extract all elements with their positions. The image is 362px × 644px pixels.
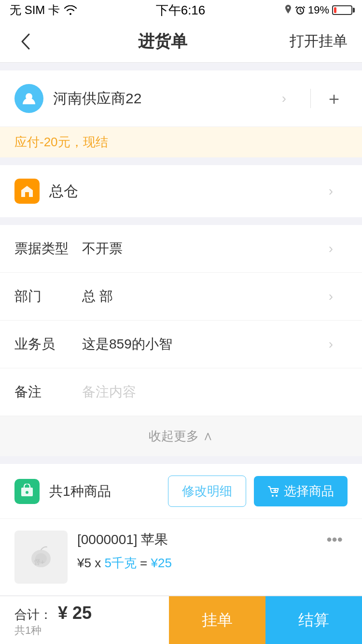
page-title: 进货单 [138,30,187,53]
nav-bar: 进货单 打开挂单 [0,20,362,63]
supplier-avatar [14,84,43,113]
checkout-button[interactable]: 结算 [265,596,362,644]
department-label: 部门 [14,287,72,306]
add-supplier-button[interactable]: ＋ [320,87,348,111]
warehouse-name: 总仓 [49,182,329,201]
chevron-right-icon: › [329,336,333,352]
total-row: 合计： ¥ 25 [14,603,154,623]
invoice-type-row[interactable]: 票据类型 不开票 › [0,225,362,272]
chevron-right-icon: › [329,241,333,256]
remark-placeholder[interactable]: 备注内容 [72,383,348,401]
battery-fill [334,7,336,13]
form-section: 票据类型 不开票 › 部门 总 部 › 业务员 这是859的小智 › 备注 备注… [0,225,362,456]
product-info: [0000001] 苹果 ¥5 x 5千克 = ¥25 [77,531,321,572]
price-x: x [95,556,104,570]
pending-button[interactable]: 挂单 [169,596,265,644]
collapse-toggle[interactable]: 收起更多 ∧ [0,416,362,456]
invoice-type-label: 票据类型 [14,239,72,258]
select-product-button[interactable]: 选择商品 [254,476,348,506]
department-row[interactable]: 部门 总 部 › [0,272,362,320]
status-bar: 无 SIM 卡 下午6:16 19% [0,0,362,20]
equals: = [140,556,151,570]
total-amount: ¥ 25 [58,603,92,623]
chevron-right-icon: › [282,91,286,106]
back-button[interactable] [14,28,36,56]
product-title: 苹果 [141,532,168,547]
chevron-right-icon: › [329,183,333,199]
product-item: 督+ [0000001] 苹果 ¥5 x 5千克 = ¥25 ••• [0,518,362,595]
battery-percent: 19% [308,4,329,16]
chevron-right-icon: › [329,289,333,304]
supplier-name: 河南供应商22 [53,89,282,109]
product-count-icon [14,479,40,504]
battery-icon [332,5,352,15]
alarm-icon [295,5,305,15]
cart-icon [267,485,280,498]
status-time: 下午6:16 [156,2,206,19]
status-left: 无 SIM 卡 [10,2,77,18]
svg-point-4 [26,491,28,494]
product-price: ¥5 x 5千克 = ¥25 [77,555,321,572]
warehouse-row[interactable]: 总仓 › [0,165,362,217]
product-thumbnail: 督+ [14,531,68,584]
supplier-notice: 应付-20元，现结 [0,127,362,157]
warehouse-section: 总仓 › [0,165,362,217]
quantity: 5千克 [104,556,136,570]
supplier-row[interactable]: 河南供应商22 › ＋ [0,70,362,127]
department-value: 总 部 [72,287,329,306]
product-code: [0000001] [77,532,138,547]
svg-point-5 [272,495,274,497]
svg-text:督+: 督+ [34,558,44,566]
invoice-type-value: 不开票 [72,239,329,258]
product-name: [0000001] 苹果 [77,531,321,549]
price-per-unit: ¥5 [77,556,91,570]
wifi-icon [64,5,77,15]
salesperson-value: 这是859的小智 [72,335,329,353]
remark-label: 备注 [14,383,72,401]
select-product-label: 选择商品 [284,483,334,500]
product-count-text: 共1种商品 [49,482,168,501]
total-section: 合计： ¥ 25 共1种 [0,596,169,644]
warehouse-icon [14,179,40,204]
product-more-button[interactable]: ••• [321,531,348,548]
product-header: 共1种商品 修改明细 选择商品 [0,456,362,518]
salesperson-label: 业务员 [14,335,72,353]
svg-point-6 [276,495,278,497]
vertical-divider [310,89,311,108]
location-icon [284,5,292,15]
supplier-section: 河南供应商22 › ＋ 应付-20元，现结 [0,70,362,157]
total-count: 共1种 [14,623,154,638]
total-label: 合计： [14,606,52,623]
status-right: 19% [284,4,352,16]
product-section: 共1种商品 修改明细 选择商品 督+ [0000001] 苹果 [0,456,362,595]
open-pending-button[interactable]: 打开挂单 [290,31,348,51]
salesperson-row[interactable]: 业务员 这是859的小智 › [0,320,362,368]
remark-row[interactable]: 备注 备注内容 [0,368,362,416]
edit-detail-button[interactable]: 修改明细 [168,476,246,507]
product-total: ¥25 [151,556,172,570]
svg-rect-2 [25,192,29,197]
bottom-bar: 合计： ¥ 25 共1种 挂单 结算 [0,596,362,644]
carrier-text: 无 SIM 卡 [10,2,60,18]
